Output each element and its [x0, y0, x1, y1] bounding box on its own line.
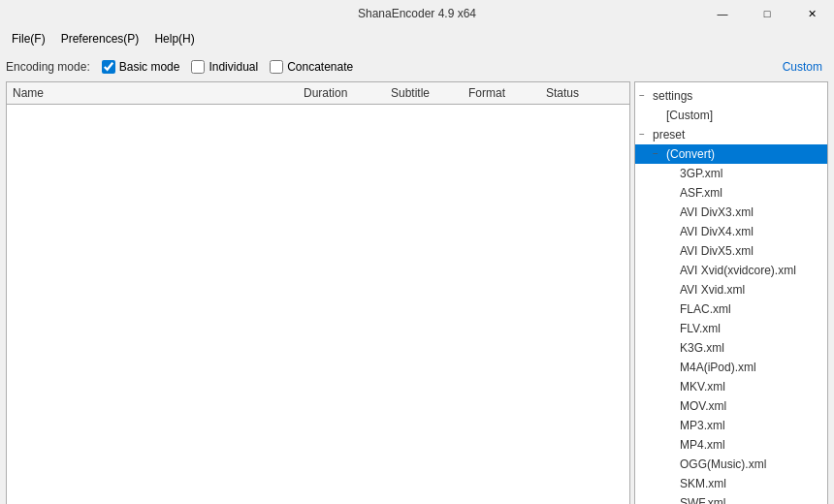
window-controls: — □ ✕: [700, 0, 834, 27]
concatenate-label: Concatenate: [287, 60, 353, 74]
file-table-body: [7, 105, 629, 504]
tree-item-label: FLAC.xml: [680, 300, 731, 318]
menu-preferences[interactable]: Preferences(P): [53, 29, 147, 48]
tree-panel[interactable]: −settings[Custom]−preset−(Convert)3GP.xm…: [634, 81, 828, 504]
tree-item[interactable]: SWF.xml: [635, 493, 827, 504]
individual-label: Individual: [208, 60, 258, 74]
tree-item[interactable]: OGG(Music).xml: [635, 455, 827, 474]
tree-item[interactable]: −(Convert): [635, 144, 827, 164]
tree-item[interactable]: M4A(iPod).xml: [635, 358, 827, 377]
tree-item-label: 3GP.xml: [680, 165, 722, 182]
tree-item-label: AVI Xvid.xml: [680, 281, 745, 299]
tree-item[interactable]: AVI Xvid(xvidcore).xml: [635, 261, 827, 280]
tree-item-label: MKV.xml: [680, 378, 725, 395]
content-area: Name Duration Subtitle Format Status −se…: [6, 81, 828, 504]
tree-item-label: MP4.xml: [680, 436, 725, 454]
tree-item-label: AVI DivX5.xml: [680, 242, 754, 260]
menu-file[interactable]: File(F): [4, 29, 53, 48]
tree-item-label: settings: [653, 87, 692, 105]
basic-mode-label: Basic mode: [119, 60, 180, 74]
tree-item[interactable]: AVI Xvid.xml: [635, 280, 827, 299]
tree-item-label: SWF.xml: [680, 494, 725, 504]
tree-toggle-icon: −: [639, 87, 653, 105]
table-header: Name Duration Subtitle Format Status: [7, 82, 629, 105]
tree-toggle-icon: −: [639, 126, 653, 143]
tree-item[interactable]: [Custom]: [635, 106, 827, 125]
tree-item[interactable]: AVI DivX4.xml: [635, 222, 827, 241]
tree-item-label: AVI DivX4.xml: [680, 223, 754, 240]
tree-item-label: MP3.xml: [680, 417, 725, 434]
tree-item-label: [Custom]: [666, 107, 713, 124]
col-subtitle: Subtitle: [391, 86, 468, 100]
col-name: Name: [13, 86, 304, 100]
tree-item[interactable]: 3GP.xml: [635, 164, 827, 183]
encoding-label: Encoding mode:: [6, 60, 90, 74]
tree-item-label: OGG(Music).xml: [680, 456, 766, 473]
col-status: Status: [546, 86, 624, 100]
menu-help[interactable]: Help(H): [146, 29, 202, 48]
tree-item-label: AVI DivX3.xml: [680, 204, 754, 221]
tree-item[interactable]: FLAC.xml: [635, 299, 827, 319]
minimize-button[interactable]: —: [700, 0, 745, 27]
custom-button[interactable]: Custom: [777, 58, 828, 76]
concatenate-checkbox[interactable]: [270, 60, 283, 74]
tree-item[interactable]: AVI DivX5.xml: [635, 241, 827, 261]
tree-item-label: MOV.xml: [680, 397, 726, 415]
tree-item[interactable]: MP4.xml: [635, 435, 827, 455]
title-bar: ShanaEncoder 4.9 x64 — □ ✕: [0, 0, 834, 27]
col-format: Format: [468, 86, 546, 100]
tree-item[interactable]: MKV.xml: [635, 377, 827, 396]
tree-item-label: FLV.xml: [680, 320, 721, 337]
tree-item[interactable]: SKM.xml: [635, 474, 827, 493]
individual-group: Individual: [191, 60, 258, 74]
basic-mode-group: Basic mode: [102, 60, 180, 74]
tree-item[interactable]: K3G.xml: [635, 338, 827, 358]
concatenate-group: Concatenate: [270, 60, 353, 74]
close-button[interactable]: ✕: [789, 0, 834, 27]
tree-item-label: K3G.xml: [680, 339, 724, 357]
menu-bar: File(F) Preferences(P) Help(H): [0, 27, 834, 50]
tree-item-label: (Convert): [666, 145, 715, 163]
individual-checkbox[interactable]: [191, 60, 205, 74]
tree-item[interactable]: ASF.xml: [635, 183, 827, 203]
tree-item[interactable]: AVI DivX3.xml: [635, 203, 827, 222]
tree-item[interactable]: FLV.xml: [635, 319, 827, 338]
main-container: Encoding mode: Basic mode Individual Con…: [0, 50, 834, 500]
tree-item[interactable]: −preset: [635, 125, 827, 144]
tree-item[interactable]: MP3.xml: [635, 416, 827, 435]
tree-item[interactable]: −settings: [635, 86, 827, 106]
basic-mode-checkbox[interactable]: [102, 60, 115, 74]
tree-item-label: M4A(iPod).xml: [680, 359, 756, 376]
file-panel: Name Duration Subtitle Format Status: [6, 81, 630, 504]
tree-item[interactable]: MOV.xml: [635, 396, 827, 416]
tree-item-label: preset: [653, 126, 685, 143]
app-title: ShanaEncoder 4.9 x64: [358, 7, 476, 20]
tree-toggle-icon: −: [653, 145, 666, 163]
encoding-row: Encoding mode: Basic mode Individual Con…: [6, 56, 828, 78]
tree-item-label: SKM.xml: [680, 475, 726, 492]
tree-item-label: AVI Xvid(xvidcore).xml: [680, 262, 796, 279]
tree-item-label: ASF.xml: [680, 184, 722, 202]
maximize-button[interactable]: □: [745, 0, 789, 27]
col-duration: Duration: [304, 86, 391, 100]
